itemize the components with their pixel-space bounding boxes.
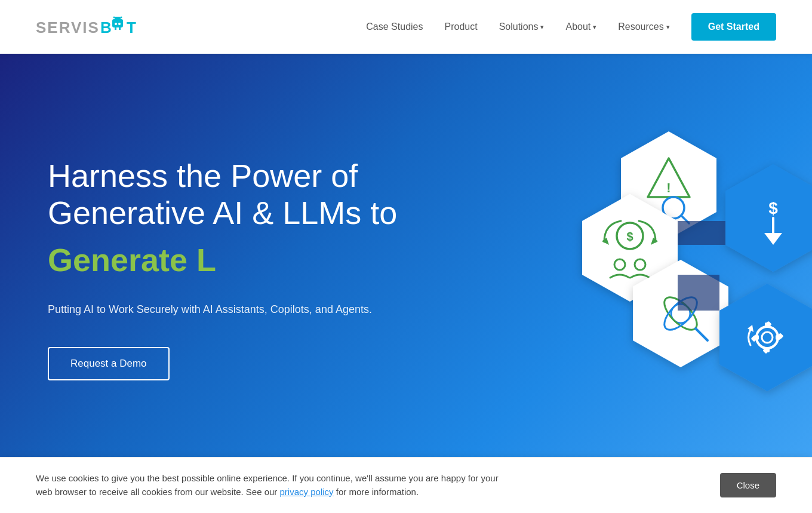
cookie-message: We use cookies to give you the best poss… — [36, 472, 513, 484]
nav-links: Case Studies Product Solutions ▾ About ▾… — [366, 13, 776, 41]
svg-text:!: ! — [666, 180, 670, 195]
svg-point-6 — [115, 23, 117, 25]
svg-point-4 — [113, 17, 115, 19]
resources-chevron-icon: ▾ — [666, 23, 670, 31]
nav-about[interactable]: About ▾ — [565, 21, 596, 32]
cookie-close-button[interactable]: Close — [720, 473, 776, 484]
hexagon-cluster-svg: ! $ — [513, 113, 812, 424]
hex-dollar-down: $ — [725, 164, 812, 272]
hero-animated-text: Generate L — [48, 241, 397, 279]
get-started-button[interactable]: Get Started — [691, 13, 776, 41]
nav-solutions[interactable]: Solutions ▾ — [499, 21, 545, 32]
svg-rect-3 — [115, 17, 121, 20]
hero-section: Harness the Power of Generative AI & LLM… — [0, 54, 812, 484]
svg-text:SERVIS: SERVIS — [36, 19, 100, 36]
hero-subtitle: Putting AI to Work Securely with AI Assi… — [48, 301, 397, 318]
solutions-chevron-icon: ▾ — [540, 23, 544, 31]
nav-case-studies[interactable]: Case Studies — [366, 21, 423, 32]
svg-point-5 — [121, 17, 122, 19]
svg-text:T: T — [127, 19, 137, 36]
logo-svg: SERVIS B T — [36, 12, 155, 42]
nav-resources[interactable]: Resources ▾ — [618, 21, 669, 32]
svg-text:B: B — [100, 19, 113, 36]
svg-rect-2 — [112, 19, 123, 27]
logo[interactable]: SERVIS B T — [36, 12, 155, 42]
svg-marker-34 — [719, 284, 812, 391]
request-demo-button[interactable]: Request a Demo — [48, 347, 170, 380]
hero-content: Harness the Power of Generative AI & LLM… — [48, 157, 397, 380]
svg-point-7 — [118, 23, 121, 25]
svg-text:$: $ — [768, 199, 778, 217]
hero-title: Harness the Power of Generative AI & LLM… — [48, 157, 397, 231]
svg-rect-9 — [119, 27, 121, 30]
svg-marker-25 — [725, 164, 812, 272]
nav-product[interactable]: Product — [444, 21, 477, 32]
svg-text:$: $ — [626, 230, 633, 243]
about-chevron-icon: ▾ — [593, 23, 596, 31]
hex-gear-settings — [719, 284, 812, 391]
cookie-banner: We use cookies to give you the best poss… — [0, 457, 812, 484]
svg-marker-46 — [678, 221, 725, 245]
hero-visual: ! $ — [513, 113, 812, 424]
svg-marker-47 — [678, 275, 719, 311]
navbar: SERVIS B T Case Studies Product — [0, 0, 812, 54]
svg-rect-8 — [115, 27, 116, 30]
